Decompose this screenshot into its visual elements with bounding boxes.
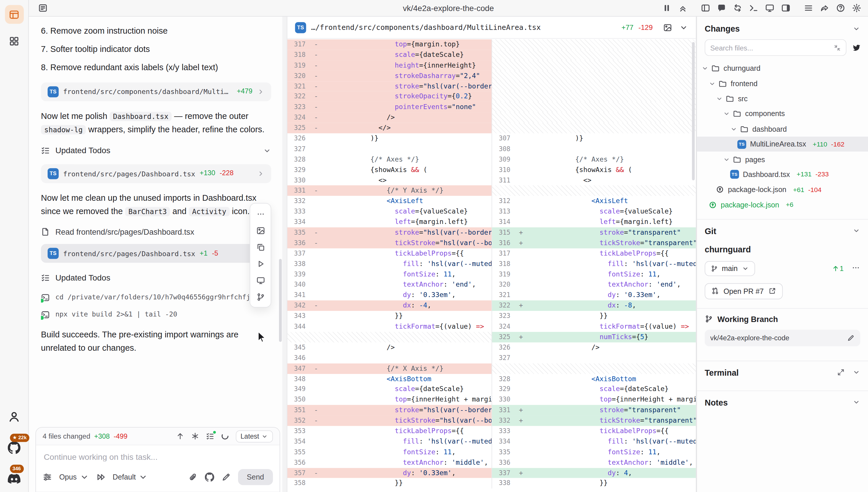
terminal-command-item[interactable]: npx vite build 2>&1 | tail -20	[41, 309, 271, 320]
diff-line: 322- strokeOpacity={0.2}	[287, 92, 492, 102]
toolbar-monitor-button[interactable]	[253, 273, 268, 288]
git-more-button[interactable]	[851, 264, 861, 274]
tree-folder-components[interactable]: components	[697, 106, 868, 121]
diff-line: 358 }}	[287, 478, 492, 489]
fast-forward-icon[interactable]	[96, 472, 105, 482]
code-line: stroke="transparent"	[526, 227, 696, 238]
github-button[interactable]: ★ 22k	[7, 440, 22, 455]
settings-button[interactable]	[849, 1, 864, 16]
tree-file-package-lock.json[interactable]: package-lock.json+61-104	[697, 182, 868, 197]
tree-file-Dashboard.tsx[interactable]: TSDashboard.tsx+131-233	[697, 167, 868, 182]
terminal-button[interactable]	[746, 1, 760, 16]
tree-file-MultiLineArea.tsx[interactable]: TSMultiLineArea.tsx+110-162	[697, 137, 868, 152]
file-search-input[interactable]	[710, 44, 830, 52]
folder-icon	[733, 155, 742, 164]
grid-view-button[interactable]	[5, 32, 24, 50]
toolbar-play-button[interactable]	[253, 256, 268, 271]
line-number: 344	[287, 321, 311, 332]
tree-file-package-lock.json[interactable]: package-lock.json+6	[697, 197, 868, 212]
updated-todos-toggle[interactable]: Updated Todos	[41, 270, 271, 286]
diff-line: 336 textAnchor: 'middle',	[491, 457, 696, 468]
toolbar-copy-button[interactable]	[253, 240, 268, 254]
open-pr-button[interactable]: Open PR #7	[705, 283, 782, 299]
changes-summary-bar[interactable]: 4 files changed +308 -499 Latest	[36, 427, 280, 445]
task-input[interactable]	[36, 445, 280, 467]
chevron-down-icon[interactable]	[679, 23, 688, 32]
code-line: tickFormat={(value) =>	[526, 321, 696, 332]
tree-folder-frontend[interactable]: frontend	[697, 76, 868, 91]
settings-icon	[852, 3, 861, 13]
chat-button[interactable]	[714, 1, 729, 16]
workspace-tab-button[interactable]	[5, 5, 24, 24]
read-file-item[interactable]: Read frontend/src/pages/Dashboard.tsx	[41, 226, 271, 238]
tree-folder-dashboard[interactable]: dashboard	[697, 122, 868, 137]
pen-icon[interactable]	[221, 472, 231, 482]
collapse-tree-icon[interactable]	[834, 44, 841, 51]
line-number: 346	[287, 353, 311, 363]
send-button[interactable]: Send	[238, 469, 273, 485]
chat-scrollbar[interactable]	[279, 259, 282, 342]
github-icon[interactable]	[205, 472, 214, 482]
notes-panel-button[interactable]	[36, 1, 50, 16]
help-button[interactable]	[833, 1, 848, 16]
changes-section-header[interactable]: Changes	[697, 17, 868, 38]
notes-section-header[interactable]: Notes	[697, 391, 868, 414]
diff-marker	[515, 436, 526, 447]
todos-label: Updated Todos	[55, 272, 110, 284]
git-section-header[interactable]: Git	[697, 220, 868, 242]
branch-selector[interactable]: main	[705, 261, 755, 276]
scroll-to-top-icon[interactable]	[175, 432, 184, 440]
pause-button[interactable]	[659, 1, 674, 16]
tree-folder-pages[interactable]: pages	[697, 152, 868, 167]
diff-row: 331- {/* Y Axis */}	[287, 186, 696, 196]
toolbar-git-branch-button[interactable]	[253, 289, 268, 304]
diff-gap	[491, 39, 696, 50]
line-number: 336	[492, 457, 515, 468]
file-change-chip-selected[interactable]: TS frontend/src/pages/Dashboard.tsx +1 -…	[41, 244, 271, 263]
edit-branch-icon[interactable]	[847, 334, 855, 342]
todos-status-icon[interactable]	[206, 432, 214, 440]
panel-left-button[interactable]	[698, 1, 713, 16]
attach-icon[interactable]	[188, 472, 197, 482]
diff-marker: +	[515, 468, 526, 478]
discord-button[interactable]: 346	[7, 471, 22, 486]
diff-row: 341 dy: '0.33em',321 dy: '0.33em',	[287, 290, 696, 300]
file-search[interactable]	[705, 39, 846, 56]
terminal-command-item[interactable]: cd /private/var/folders/10/h7w0q46556ggr…	[41, 292, 271, 302]
git-compare-button[interactable]	[730, 1, 745, 16]
arrow-up-icon	[832, 265, 839, 272]
diff-marker	[311, 154, 322, 165]
version-dropdown[interactable]: Latest	[235, 430, 273, 442]
tree-folder-src[interactable]: src	[697, 91, 868, 106]
toolbar-image-button[interactable]	[253, 223, 268, 238]
monitor-button[interactable]	[762, 1, 777, 16]
menu-button[interactable]	[801, 1, 816, 16]
share-icon	[820, 3, 829, 13]
account-button[interactable]	[7, 409, 22, 424]
collapse-button[interactable]	[675, 1, 690, 16]
diff-row: 333 scale={valueScale}313 scale={valueSc…	[287, 206, 696, 217]
diff-line: 326 )}	[287, 133, 492, 144]
toolbar-more-button[interactable]	[253, 206, 268, 221]
chevron-down-icon	[723, 156, 730, 163]
file-change-chip[interactable]: TS frontend/src/pages/Dashboard.tsx +130…	[41, 165, 271, 183]
working-branch-field[interactable]: vk/4e2a-explore-the-code	[705, 329, 860, 346]
tree-folder-churnguard[interactable]: churnguard	[697, 61, 868, 76]
copy-icon	[256, 243, 265, 251]
expand-icon[interactable]	[837, 369, 845, 376]
share-button[interactable]	[817, 1, 832, 16]
chat-transcript: 6. Remove zoom instruction noise 7. Soft…	[29, 17, 282, 354]
file-change-chip[interactable]: TS frontend/src/components/dashboard/Mul…	[41, 82, 271, 101]
mode-selector[interactable]: Default	[113, 472, 148, 482]
diff-row: 356 textAnchor: 'middle',336 textAnchor:…	[287, 457, 696, 468]
options-sliders-icon[interactable]	[43, 472, 52, 482]
asterisk-icon[interactable]	[191, 432, 199, 440]
panel-right-button[interactable]	[778, 1, 793, 16]
line-number: 336	[287, 238, 311, 248]
updated-todos-toggle[interactable]: Updated Todos	[41, 143, 271, 158]
diff-scrollbar[interactable]	[692, 42, 695, 180]
terminal-section-header[interactable]: Terminal	[697, 361, 868, 384]
model-selector[interactable]: Opus	[59, 472, 89, 482]
bird-icon[interactable]	[851, 43, 861, 52]
diff-view-icon[interactable]	[663, 23, 672, 32]
